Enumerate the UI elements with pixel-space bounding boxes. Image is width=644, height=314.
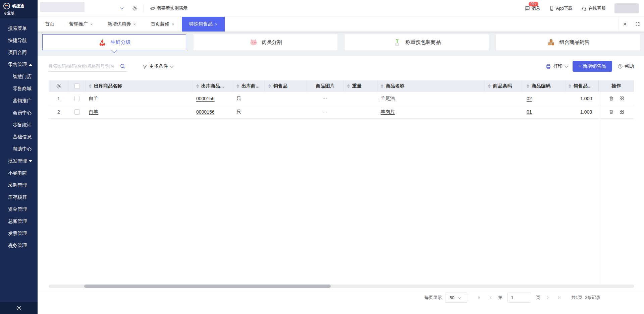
horizontal-scrollbar[interactable] [49,285,634,288]
sidebar-item-search-menu[interactable]: 搜索菜单 [0,22,38,35]
sidebar-item-invoice-management[interactable]: 发票管理 [0,228,38,240]
card-fresh-grading[interactable]: 生鲜分级 [42,34,186,50]
close-icon[interactable] [215,22,218,27]
cell-product-code: 02 [523,92,565,105]
sort-icons[interactable] [347,84,350,88]
sort-icons[interactable] [488,84,491,88]
outbound-item-link[interactable]: 白羊 [89,109,98,115]
header-outbound-unit[interactable]: 出库商... [233,80,265,92]
funnel-icon [142,64,147,69]
outbound-item-link[interactable]: 白羊 [89,96,98,102]
sidebar-item-marketing[interactable]: 营销推广 [0,95,38,107]
sort-icons[interactable] [89,84,92,88]
tab-new-coupon[interactable]: 新增优惠券 [100,17,144,32]
close-icon[interactable] [133,22,136,27]
sidebar-item-general-ledger[interactable]: 总账管理 [0,215,38,228]
product-code-link[interactable]: 02 [527,96,532,101]
sort-icons[interactable] [268,84,271,88]
trash-icon[interactable] [609,96,614,101]
sort-icons[interactable] [569,84,571,88]
header-sales-item[interactable]: 销售品 [265,80,307,92]
sidebar-item-smart-store[interactable]: 智慧门店 [0,71,38,83]
header-outbound-item-code[interactable]: 出库商品... [193,80,233,92]
sort-icons[interactable] [236,84,239,88]
detail-grid-icon[interactable] [619,96,624,101]
header-product-barcode[interactable]: 商品条码 [485,80,523,92]
fullscreen-button[interactable] [631,17,644,32]
per-page-select[interactable]: 50 [445,293,467,303]
demo-link[interactable]: 我要看实例演示 [150,5,187,11]
sidebar-item-help-center[interactable]: 帮助中心 [0,143,38,155]
sidebar-item-quick-nav[interactable]: 快捷导航 [0,35,38,47]
product-name-link[interactable]: 羊肉片 [381,109,395,115]
outbound-code-link[interactable]: 0000156 [196,109,215,115]
help-button[interactable]: 帮助 [618,63,634,69]
add-sales-item-button[interactable]: + 新增销售品 [573,61,612,72]
product-code-link[interactable]: 01 [527,109,532,115]
row-index: 1 [49,92,69,105]
tab-homepage-decor[interactable]: 首页装修 [143,17,182,32]
header-weight[interactable]: 重量 [344,80,377,92]
select-all-checkbox[interactable] [74,83,80,89]
sidebar-item-retail-stats[interactable]: 零售统计 [0,119,38,131]
fullscreen-icon [635,22,640,26]
card-meat-cutting[interactable]: 肉类分割 [194,34,337,50]
outbound-code-link[interactable]: 0000156 [196,96,215,101]
scrollbar-thumb[interactable] [84,285,331,288]
row-checkbox[interactable] [74,96,80,101]
prev-page-button[interactable] [487,294,495,302]
tab-marketing[interactable]: 营销推广 [62,17,100,32]
product-name-link[interactable]: 羊尾油 [381,96,395,102]
sidebar-item-purchase-management[interactable]: 采购管理 [0,179,38,191]
sort-icons[interactable] [527,84,529,88]
detail-grid-icon[interactable] [619,109,624,114]
sidebar-item-retail-management[interactable]: 零售管理 [0,59,38,71]
card-weighed-prepackaged[interactable]: 称重预包装商品 [345,34,489,50]
account-selector[interactable] [40,3,126,14]
more-filters-button[interactable]: 更多条件 [142,63,173,69]
search-icon[interactable] [120,63,125,69]
messages-button[interactable]: 99+ 消息 [525,5,540,11]
trash-icon[interactable] [609,109,614,114]
online-service-button[interactable]: 在线客服 [581,5,606,11]
first-page-button[interactable] [475,294,483,302]
app-download-button[interactable]: App下载 [549,5,573,11]
cell-weight [344,105,377,118]
chevron-down-icon [170,64,174,68]
header-product-name[interactable]: 商品名称 [377,80,485,92]
sidebar-settings-button[interactable] [0,302,38,314]
search-input[interactable] [49,64,118,69]
gear-icon [132,6,138,11]
page-number-input[interactable] [507,293,531,303]
sidebar-item-inventory-accounting[interactable]: 库存核算 [0,191,38,203]
card-combo-sales[interactable]: 组合商品销售 [496,34,640,50]
sidebar-item-member-center[interactable]: 会员中心 [0,107,38,119]
close-all-tabs-button[interactable] [619,17,631,32]
close-icon[interactable] [172,22,174,27]
column-settings-button[interactable] [49,80,69,92]
sort-icons[interactable] [196,84,199,88]
sidebar-item-retail-mall[interactable]: 零售商城 [0,83,38,95]
print-button[interactable]: 打印 [545,63,567,69]
headset-icon [581,6,587,11]
sidebar-item-basic-info[interactable]: 基础信息 [0,131,38,143]
last-page-button[interactable] [555,294,563,302]
next-page-button[interactable] [544,294,552,302]
close-icon[interactable] [90,22,93,27]
sidebar-item-funds-management[interactable]: 资金管理 [0,203,38,215]
sidebar-item-project-contract[interactable]: 项目合同 [0,47,38,59]
sidebar-item-wholesale-management[interactable]: 批发管理 [0,155,38,167]
settings-button[interactable] [132,6,138,11]
search-box [49,61,127,72]
redacted-user-info[interactable] [614,3,639,13]
printer-icon [545,64,551,69]
sidebar-item-xiaochang-ecommerce[interactable]: 小畅电商 [0,167,38,179]
sort-icons[interactable] [381,84,383,88]
tab-home[interactable]: 首页 [38,17,62,32]
tab-special-sales-items[interactable]: 特殊销售品 [182,17,225,32]
header-product-code[interactable]: 商品编码 [523,80,565,92]
header-outbound-item-name[interactable]: 出库商品名称 [86,80,193,92]
sidebar-item-tax-management[interactable]: 税务管理 [0,240,38,252]
header-sales-item-qty[interactable]: 销售品... [565,80,599,92]
row-checkbox[interactable] [74,109,80,115]
